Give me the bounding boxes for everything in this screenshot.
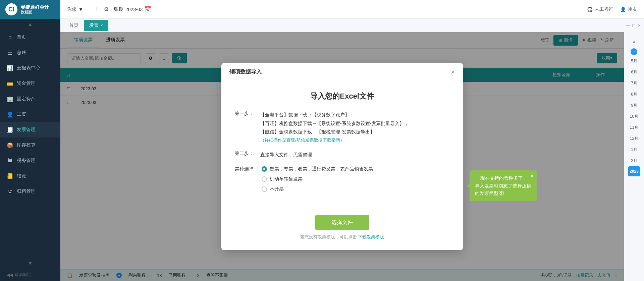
month-11[interactable]: 11月 [628, 122, 640, 133]
radio-motor[interactable]: 机动车销售发票 [262, 176, 373, 182]
radio-none-label: 不开票 [270, 186, 284, 192]
tooltip-indicator [475, 177, 478, 180]
tax-icon: 🏛 [7, 157, 13, 164]
right-sidebar: ∧ ↑ 5月 6月 7月 8月 9月 10月 11月 12月 1月 2月 202… [624, 32, 644, 281]
import-modal: 销项数据导入 × 导入您的Excel文件 第一步： 【全电平台】数据下载→【税务… [221, 63, 463, 250]
modal-header: 销项数据导入 × [221, 63, 463, 81]
radio-general[interactable]: 普票，专票，卷票，通行费发票，农产品销售发票 [262, 166, 373, 172]
period-selector[interactable]: 账期 2023-03 📅 [114, 6, 151, 12]
sidebar-item-ledger[interactable]: ☰ 总账 [0, 45, 60, 60]
radio-none-circle [262, 186, 267, 192]
calendar-icon[interactable]: 📅 [145, 6, 151, 12]
pin-label: 取消固定 [15, 272, 31, 278]
tab-home-label: 首页 [69, 22, 78, 29]
month-9[interactable]: 9月 [628, 100, 640, 111]
sidebar-scroll-down[interactable]: ▼ [0, 258, 60, 269]
right-badge: ↑ [631, 48, 637, 55]
tabbar: 首页 发票 × ─ □ × [60, 19, 644, 32]
sidebar-label-tax: 税务管理 [17, 158, 36, 164]
tab-invoice-close[interactable]: × [101, 23, 103, 28]
sidebar-label-invoice: 发票管理 [17, 127, 36, 133]
step1-link[interactable]: （详细操作见百旺/航信发票数据下载指南） [260, 136, 409, 144]
tab-invoice[interactable]: 发票 × [84, 20, 108, 31]
ticket-label: 票种选择： [235, 166, 262, 172]
sidebar-pin-toggle[interactable]: ◀◀ 取消固定 [0, 269, 60, 281]
month-7[interactable]: 7月 [628, 78, 640, 89]
inventory-icon: 📦 [7, 142, 13, 149]
sidebar-item-asset[interactable]: 🏢 固定资产 [0, 91, 60, 107]
company-selector[interactable]: 你您 ▼ [67, 6, 83, 12]
download-template-link[interactable]: 下载发票模版 [358, 234, 384, 239]
window-minimize[interactable]: ─ [626, 23, 630, 28]
tooltip-text: 现在支持的票种多了，导入发票时别忘了选择正确的发票类型呀! [475, 175, 531, 196]
month-6[interactable]: 6月 [628, 67, 640, 78]
step2-content: 直接导入文件，无需整理 [260, 151, 312, 159]
step2-label: 第二步： [235, 151, 255, 157]
sidebar-scroll-up[interactable]: ▲ [0, 19, 60, 30]
month-12[interactable]: 12月 [628, 133, 640, 144]
sidebar-item-close[interactable]: 📒 结账 [0, 168, 60, 184]
sidebar-label-inventory: 库存核算 [17, 142, 36, 148]
company-dropdown-icon: ▼ [78, 7, 83, 12]
sidebar-item-home[interactable]: ⌂ 首页 [0, 30, 60, 45]
select-file-button[interactable]: 选择文件 [315, 215, 369, 230]
archive-icon: 🗂 [7, 188, 13, 195]
pin-icon: ◀◀ [7, 273, 13, 277]
sidebar-item-inventory[interactable]: 📦 库存核算 [0, 137, 60, 153]
topbar: 你您 ▼ | + ⚙ 账期 2023-03 📅 🎧 人工咨询 👤 用友 [60, 0, 644, 19]
asset-icon: 🏢 [7, 96, 13, 102]
month-1[interactable]: 1月 [628, 144, 640, 155]
month-2[interactable]: 2月 [628, 155, 640, 166]
window-close[interactable]: × [638, 23, 641, 28]
month-2023[interactable]: 2023 [628, 166, 640, 176]
ticket-selection: 票种选择： 普票，专票，卷票，通行费发票，农产品销售发票 [235, 166, 449, 192]
sidebar-item-tax[interactable]: 🏛 税务管理 [0, 153, 60, 168]
payroll-icon: 👤 [7, 111, 13, 118]
topbar-right: 🎧 人工咨询 👤 用友 [587, 6, 637, 12]
content-area: 销项发票 进项发票 凭证 ⊕ 新增 ▶ 视频 ↻ 刷新 [60, 32, 644, 281]
modal-main-title: 导入您的Excel文件 [235, 91, 449, 101]
window-maximize[interactable]: □ [632, 23, 635, 28]
step-2: 第二步： 直接导入文件，无需整理 [235, 151, 449, 159]
reports-icon: 📊 [7, 65, 13, 71]
step-1: 第一步： 【全电平台】数据下载→【税务数字账户】； 【百旺】税控盘数据下载→【系… [235, 111, 449, 144]
radio-general-label: 普票，专票，卷票，通行费发票，农产品销售发票 [270, 166, 373, 172]
month-8[interactable]: 8月 [628, 89, 640, 100]
logo-title: 畅捷通好会计 [21, 4, 49, 10]
right-scroll-up[interactable]: ∧ [624, 36, 644, 48]
download-hint-text: 若您没有发票模版，可以点击 [300, 234, 357, 239]
add-button[interactable]: + [95, 6, 99, 13]
modal-overlay: 销项数据导入 × 导入您的Excel文件 第一步： 【全电平台】数据下载→【税务… [60, 32, 624, 281]
sidebar-item-invoice[interactable]: 🧾 发票管理 [0, 122, 60, 137]
sidebar-item-archive[interactable]: 🗂 归档管理 [0, 184, 60, 199]
month-10[interactable]: 10月 [628, 111, 640, 122]
sidebar-label-ledger: 总账 [17, 50, 26, 56]
month-5[interactable]: 5月 [628, 56, 640, 67]
home-icon: ⌂ [7, 34, 13, 41]
company-name: 你您 [67, 6, 76, 12]
sidebar-logo: CI 畅捷通好会计 旗舰版 [0, 0, 60, 19]
headset-icon: 🎧 [587, 7, 593, 12]
sidebar-label-asset: 固定资产 [17, 96, 36, 102]
sidebar-item-fund[interactable]: 💳 资金管理 [0, 76, 60, 91]
settings-icon[interactable]: ⚙ [104, 6, 109, 12]
tooltip-close-button[interactable]: × [531, 172, 533, 180]
radio-none[interactable]: 不开票 [262, 186, 373, 192]
user-menu[interactable]: 👤 用友 [620, 6, 637, 12]
sidebar-label-fund: 资金管理 [17, 80, 36, 87]
content-main: 销项发票 进项发票 凭证 ⊕ 新增 ▶ 视频 ↻ 刷新 [60, 32, 624, 281]
tab-invoice-label: 发票 [89, 22, 99, 29]
tab-home[interactable]: 首页 [64, 20, 84, 31]
radio-motor-circle [262, 176, 267, 182]
modal-close-button[interactable]: × [451, 69, 455, 75]
step1-label: 第一步： [235, 111, 255, 117]
sidebar-nav: ⌂ 首页 ☰ 总账 📊 云报表中心 💳 资金管理 🏢 固定资产 👤 工资 [0, 30, 60, 258]
ledger-icon: ☰ [7, 49, 13, 56]
download-hint: 若您没有发票模版，可以点击 下载发票模版 [235, 234, 449, 240]
consult-button[interactable]: 🎧 人工咨询 [587, 6, 613, 12]
sidebar: CI 畅捷通好会计 旗舰版 ▲ ⌂ 首页 ☰ 总账 📊 云报表中心 💳 资金管理 [0, 0, 60, 281]
sidebar-item-payroll[interactable]: 👤 工资 [0, 107, 60, 122]
topbar-separator: | [89, 7, 90, 12]
sidebar-item-reports[interactable]: 📊 云报表中心 [0, 60, 60, 76]
month-list: ↑ 5月 6月 7月 8月 9月 10月 11月 12月 1月 2月 2023 [628, 48, 640, 281]
